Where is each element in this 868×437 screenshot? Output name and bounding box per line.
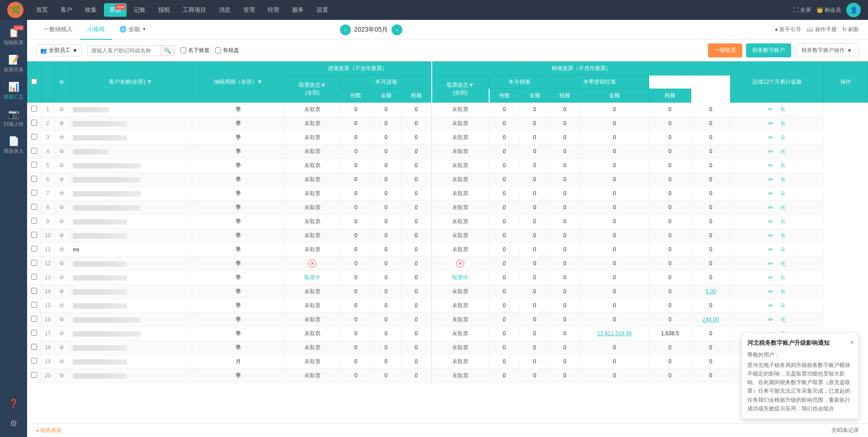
- row-settings[interactable]: ⚙: [55, 145, 69, 159]
- copy-btn[interactable]: ⎘: [778, 175, 788, 184]
- edit-btn[interactable]: ✏: [766, 245, 775, 254]
- copy-btn[interactable]: ⎘: [778, 105, 788, 114]
- edit-btn[interactable]: ✏: [766, 147, 775, 156]
- nav-operation[interactable]: 经营: [262, 3, 285, 17]
- nav-manage[interactable]: 管理: [238, 3, 260, 17]
- sidebar-settings-btn[interactable]: ⚙: [5, 415, 22, 432]
- row-settings[interactable]: ⚙: [55, 131, 69, 145]
- sidebar-item-scan-upload[interactable]: 📷 扫描上传: [2, 105, 25, 131]
- row-settings[interactable]: ⚙: [55, 285, 69, 299]
- copy-btn[interactable]: ⎘: [778, 203, 788, 212]
- edit-btn[interactable]: ✏: [766, 105, 775, 114]
- copy-btn[interactable]: ⎘: [778, 217, 788, 226]
- row-checkbox[interactable]: [31, 148, 37, 154]
- taxdisk-checkbox[interactable]: [215, 47, 221, 53]
- nav-customer[interactable]: 客户: [55, 3, 78, 17]
- copy-btn[interactable]: ⎘: [778, 189, 788, 198]
- user-avatar[interactable]: 👤: [846, 3, 861, 17]
- new-guide-link[interactable]: ● 新手引导: [775, 26, 802, 33]
- th-name[interactable]: 客户名称(全部) ▼: [69, 62, 192, 103]
- edit-btn[interactable]: ✏: [766, 175, 775, 184]
- row-settings[interactable]: ⚙: [55, 341, 69, 355]
- nav-collect[interactable]: 收集: [80, 3, 102, 17]
- row-settings[interactable]: ⚙: [55, 173, 69, 187]
- copy-btn[interactable]: ⎘: [778, 287, 788, 296]
- edit-btn[interactable]: ✏: [766, 161, 775, 170]
- row-settings[interactable]: ⚙: [55, 159, 69, 173]
- edit-btn[interactable]: ✏: [766, 259, 775, 268]
- row-settings[interactable]: ⚙: [55, 103, 69, 117]
- nav-business[interactable]: 工商项目: [177, 3, 212, 17]
- sidebar-item-smart-ticket[interactable]: 📋 智能取票 new: [2, 23, 25, 50]
- row-checkbox[interactable]: [31, 316, 37, 322]
- copy-btn[interactable]: ⎘: [778, 315, 788, 324]
- employee-filter[interactable]: 👥 全部员工 ▼: [36, 44, 82, 56]
- search-input[interactable]: [88, 46, 160, 56]
- edit-btn[interactable]: ✏: [766, 119, 775, 128]
- row-checkbox[interactable]: [31, 162, 37, 168]
- row-checkbox[interactable]: [31, 134, 37, 140]
- th-tax-period[interactable]: 纳税周期（全部）▼: [192, 62, 284, 103]
- row-checkbox[interactable]: [31, 260, 37, 266]
- row-settings[interactable]: ⚙: [55, 215, 69, 229]
- edit-btn[interactable]: ✏: [766, 273, 775, 282]
- row-checkbox[interactable]: [31, 344, 37, 350]
- search-box[interactable]: 🔍: [87, 45, 175, 56]
- nav-invoice[interactable]: 票据 new: [104, 3, 127, 17]
- copy-btn[interactable]: ⎘: [778, 161, 788, 170]
- nav-message[interactable]: 消息: [213, 3, 236, 17]
- th-in-status[interactable]: 取票状态▼(全部): [284, 75, 340, 103]
- copy-btn[interactable]: ⎘: [778, 231, 788, 240]
- edit-btn[interactable]: ✏: [766, 315, 775, 324]
- copy-btn[interactable]: ⎘: [778, 133, 788, 142]
- row-checkbox[interactable]: [31, 372, 37, 378]
- edit-btn[interactable]: ✏: [766, 301, 775, 310]
- row-settings[interactable]: ⚙: [55, 243, 69, 257]
- refresh-btn[interactable]: ↻ 刷新: [842, 26, 859, 33]
- row-checkbox[interactable]: [31, 330, 37, 336]
- edit-btn[interactable]: ✏: [766, 203, 775, 212]
- sidebar-item-invoice-open[interactable]: 📝 发票开具: [2, 51, 25, 77]
- tab-small-scale[interactable]: 小规模: [80, 20, 112, 40]
- th-out-status[interactable]: 取票状态▼(全部): [432, 75, 489, 103]
- row-checkbox[interactable]: [31, 106, 37, 112]
- digital-account-op-btn[interactable]: 税务数字账户操作 ▼: [795, 43, 859, 57]
- nav-settings[interactable]: 设置: [311, 3, 334, 17]
- row-settings[interactable]: ⚙: [55, 257, 69, 271]
- nav-home[interactable]: 首页: [31, 3, 53, 17]
- one-click-btn[interactable]: 一键取票: [708, 43, 742, 57]
- row-settings[interactable]: ⚙: [55, 313, 69, 327]
- row-checkbox[interactable]: [31, 204, 37, 210]
- row-settings[interactable]: ⚙: [55, 271, 69, 285]
- row-checkbox[interactable]: [31, 274, 37, 280]
- sidebar-help-btn[interactable]: ❓: [5, 395, 22, 412]
- member-btn[interactable]: 👑 购会员: [816, 6, 841, 14]
- edit-btn[interactable]: ✏: [766, 217, 775, 226]
- row-checkbox[interactable]: [31, 288, 37, 294]
- row-checkbox[interactable]: [31, 246, 37, 252]
- tab-general-taxpayer[interactable]: 一般纳税人: [36, 20, 80, 40]
- search-button[interactable]: 🔍: [160, 46, 175, 56]
- nav-service[interactable]: 服务: [287, 3, 309, 17]
- row-checkbox[interactable]: [31, 358, 37, 364]
- copy-btn[interactable]: ⎘: [778, 147, 788, 156]
- row-checkbox[interactable]: [31, 190, 37, 196]
- row-settings[interactable]: ⚙: [55, 201, 69, 215]
- subscribed-checkbox[interactable]: [180, 47, 186, 53]
- row-checkbox[interactable]: [31, 176, 37, 182]
- copy-btn[interactable]: ⎘: [778, 245, 788, 254]
- cumulative-link[interactable]: 5.00: [705, 288, 716, 295]
- edit-btn[interactable]: ✏: [766, 189, 775, 198]
- cumulative-link[interactable]: 244.00: [703, 316, 719, 323]
- manual-link[interactable]: 📖 操作手册: [807, 26, 836, 33]
- edit-btn[interactable]: ✏: [766, 287, 775, 296]
- checkbox-taxdisk[interactable]: 有税盘: [215, 47, 239, 54]
- nav-tax[interactable]: 报税: [153, 3, 175, 17]
- fullscreen-btn[interactable]: ⛶ 全屏: [793, 6, 811, 14]
- copy-btn[interactable]: ⎘: [778, 301, 788, 310]
- row-settings[interactable]: ⚙: [55, 117, 69, 131]
- row-settings[interactable]: ⚙: [55, 327, 69, 341]
- row-checkbox[interactable]: [31, 232, 37, 238]
- row-checkbox[interactable]: [31, 218, 37, 224]
- digital-account-btn[interactable]: 税务数字账户: [746, 43, 791, 57]
